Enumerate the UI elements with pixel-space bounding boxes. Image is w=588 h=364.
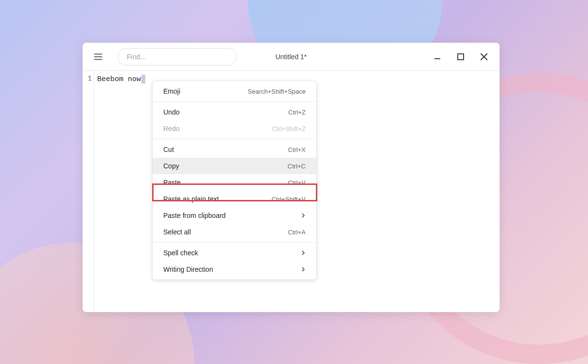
- menu-item-label: Cut: [163, 146, 174, 153]
- minimize-icon: [433, 53, 441, 61]
- menu-group: CutCtrl+XCopyCtrl+CPasteCtrl+VPaste as p…: [153, 139, 316, 243]
- menu-item-shortcut: Ctrl+Z: [288, 109, 306, 116]
- menu-item-label: Copy: [163, 162, 179, 170]
- menu-item-shortcut: Search+Shift+Space: [248, 88, 306, 95]
- close-icon: [480, 52, 488, 61]
- chevron-right-icon: [301, 249, 306, 257]
- menu-item-paste-as-plain-text[interactable]: Paste as plain textCtrl+Shift+V: [153, 191, 316, 207]
- menu-item-shortcut: Ctrl+Shift+Z: [272, 125, 306, 132]
- svg-rect-4: [458, 54, 464, 60]
- window-titlebar: Untitled 1*: [83, 43, 500, 70]
- menu-item-writing-direction[interactable]: Writing Direction: [153, 261, 316, 278]
- menu-item-label: Undo: [163, 108, 179, 116]
- menu-item-shortcut: Ctrl+Shift+V: [272, 196, 306, 203]
- menu-item-paste[interactable]: PasteCtrl+V: [153, 174, 316, 191]
- maximize-button[interactable]: [455, 51, 467, 63]
- editor-text: Beebom now: [97, 75, 141, 83]
- menu-item-copy[interactable]: CopyCtrl+C: [153, 158, 316, 174]
- menu-item-label: Writing Direction: [163, 265, 213, 273]
- menu-item-shortcut: Ctrl+X: [288, 146, 306, 153]
- menu-item-redo: RedoCtrl+Shift+Z: [153, 120, 316, 137]
- hamburger-menu-button[interactable]: [88, 47, 108, 66]
- minimize-button[interactable]: [432, 51, 443, 63]
- hamburger-icon: [93, 51, 104, 62]
- menu-item-select-all[interactable]: Select allCtrl+A: [153, 224, 316, 240]
- line-gutter: 1: [83, 71, 94, 312]
- window-controls: [432, 51, 494, 63]
- menu-item-label: Select all: [163, 228, 191, 236]
- text-cursor: [141, 75, 145, 83]
- menu-item-shortcut: Ctrl+A: [288, 229, 306, 236]
- context-menu: EmojiSearch+Shift+SpaceUndoCtrl+ZRedoCtr…: [153, 81, 316, 280]
- line-number: 1: [83, 75, 92, 83]
- find-input[interactable]: [118, 48, 237, 66]
- menu-item-shortcut: Ctrl+C: [288, 163, 306, 170]
- maximize-icon: [457, 53, 465, 61]
- menu-group: Spell checkWriting Direction: [153, 243, 316, 280]
- menu-item-label: Paste as plain text: [163, 195, 219, 203]
- menu-item-label: Paste from clipboard: [163, 212, 225, 219]
- menu-item-undo[interactable]: UndoCtrl+Z: [153, 104, 316, 120]
- menu-item-spell-check[interactable]: Spell check: [153, 245, 316, 261]
- menu-group: UndoCtrl+ZRedoCtrl+Shift+Z: [153, 102, 316, 139]
- window-title: Untitled 1*: [276, 53, 307, 61]
- close-button[interactable]: [478, 51, 490, 63]
- menu-item-cut[interactable]: CutCtrl+X: [153, 141, 316, 158]
- menu-item-label: Paste: [163, 179, 181, 186]
- menu-item-label: Spell check: [163, 249, 198, 257]
- menu-item-paste-from-clipboard[interactable]: Paste from clipboard: [153, 207, 316, 224]
- menu-item-shortcut: Ctrl+V: [288, 179, 306, 186]
- menu-item-emoji[interactable]: EmojiSearch+Shift+Space: [153, 83, 316, 99]
- chevron-right-icon: [301, 212, 306, 219]
- chevron-right-icon: [301, 265, 306, 273]
- menu-group: EmojiSearch+Shift+Space: [153, 81, 316, 102]
- menu-item-label: Redo: [163, 125, 179, 132]
- menu-item-label: Emoji: [163, 87, 180, 95]
